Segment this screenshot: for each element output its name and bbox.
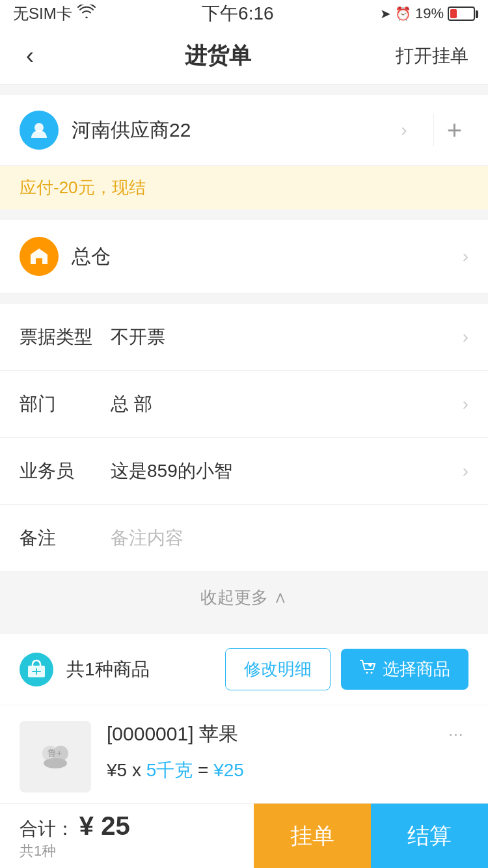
status-bar: 无SIM卡 下午6:16 ➤ ⏰ 19% — [0, 0, 488, 27]
product-more-button[interactable]: ··· — [443, 721, 468, 747]
carrier-label: 无SIM卡 — [13, 3, 72, 24]
product-thumbnail: 鲁+ — [20, 721, 91, 793]
total-section: 合计： ¥ 25 共1种 — [0, 811, 254, 861]
warehouse-row[interactable]: 总仓 › — [0, 220, 488, 293]
remark-input[interactable]: 备注内容 — [111, 526, 468, 550]
total-count: 共1种 — [20, 841, 234, 861]
svg-rect-1 — [36, 258, 42, 264]
quantity-value: 5千克 — [146, 760, 193, 780]
edit-detail-button[interactable]: 修改明细 — [225, 648, 331, 690]
total-value: ¥25 — [213, 760, 244, 780]
cart-icon — [359, 659, 377, 679]
product-count-label: 共1种商品 — [66, 657, 225, 682]
salesperson-label: 业务员 — [20, 459, 111, 483]
nav-bar: ‹ 进货单 打开挂单 — [0, 27, 488, 85]
remark-row[interactable]: 备注 备注内容 — [0, 505, 488, 572]
supplier-avatar — [20, 111, 59, 150]
status-left: 无SIM卡 — [13, 3, 96, 24]
alarm-icon: ⏰ — [395, 6, 411, 21]
total-label: 合计： — [20, 819, 74, 839]
department-value: 总 部 — [111, 392, 463, 416]
select-product-label: 选择商品 — [383, 658, 450, 681]
product-info: [0000001] 苹果 ¥5 x 5千克 = ¥25 — [107, 721, 443, 783]
warehouse-icon-wrap — [20, 237, 59, 276]
warehouse-section: 总仓 › — [0, 220, 488, 293]
battery-icon — [448, 7, 475, 21]
vertical-divider — [433, 114, 434, 146]
warehouse-label: 总仓 — [72, 243, 463, 270]
department-row[interactable]: 部门 总 部 › — [0, 371, 488, 438]
status-right: ➤ ⏰ 19% — [380, 5, 475, 22]
product-name: [0000001] 苹果 — [107, 721, 443, 748]
product-header: 共1种商品 修改明细 选择商品 — [0, 634, 488, 705]
form-section: 票据类型 不开票 › 部门 总 部 › 业务员 这是859的小智 › 备注 备注… — [0, 304, 488, 572]
product-item: 鲁+ [0000001] 苹果 ¥5 x 5千克 = ¥25 ··· — [0, 705, 488, 809]
svg-text:鲁+: 鲁+ — [47, 748, 62, 758]
add-supplier-button[interactable]: + — [441, 116, 468, 145]
invoice-type-chevron-icon: › — [463, 327, 468, 347]
product-section: 共1种商品 修改明细 选择商品 — [0, 634, 488, 809]
svg-point-7 — [44, 758, 67, 768]
svg-point-4 — [371, 672, 373, 674]
supplier-chevron-icon: › — [401, 120, 407, 141]
hang-button[interactable]: 挂单 — [254, 804, 371, 869]
page-title: 进货单 — [185, 41, 251, 71]
gap-3 — [0, 293, 488, 304]
collapse-bar[interactable]: 收起更多 ∧ — [0, 572, 488, 623]
equals-sign: = — [198, 760, 213, 780]
salesperson-value: 这是859的小智 — [111, 459, 463, 483]
checkout-button[interactable]: 结算 — [371, 804, 488, 869]
select-product-button[interactable]: 选择商品 — [341, 649, 468, 690]
remark-label: 备注 — [20, 526, 111, 550]
product-icon-wrap — [20, 653, 53, 686]
price-separator: x — [132, 760, 146, 780]
product-price: ¥5 x 5千克 = ¥25 — [107, 758, 443, 783]
gap-1 — [0, 85, 488, 95]
supplier-name: 河南供应商22 — [72, 117, 401, 144]
invoice-type-row[interactable]: 票据类型 不开票 › — [0, 304, 488, 371]
time-label: 下午6:16 — [202, 1, 274, 26]
product-title: 苹果 — [199, 723, 238, 744]
wifi-icon — [77, 5, 96, 23]
product-code: [0000001] — [107, 723, 193, 744]
price-value: ¥5 — [107, 760, 127, 780]
location-icon: ➤ — [380, 6, 391, 21]
invoice-type-value: 不开票 — [111, 325, 463, 349]
supplier-notice: 应付-20元，现结 — [0, 166, 488, 210]
invoice-type-label: 票据类型 — [20, 325, 111, 349]
gap-2 — [0, 210, 488, 220]
open-hang-button[interactable]: 打开挂单 — [396, 44, 468, 68]
back-button[interactable]: ‹ — [20, 36, 40, 76]
gap-4 — [0, 623, 488, 634]
battery-percent: 19% — [415, 5, 444, 22]
supplier-section: 河南供应商22 › + 应付-20元，现结 — [0, 95, 488, 210]
total-amount: ¥ 25 — [79, 811, 130, 840]
supplier-row[interactable]: 河南供应商22 › + — [0, 95, 488, 166]
warehouse-chevron-icon: › — [463, 246, 468, 267]
department-label: 部门 — [20, 392, 111, 416]
bottom-bar: 合计： ¥ 25 共1种 挂单 结算 — [0, 803, 488, 868]
department-chevron-icon: › — [463, 394, 468, 414]
svg-point-3 — [366, 672, 368, 674]
salesperson-row[interactable]: 业务员 这是859的小智 › — [0, 438, 488, 505]
salesperson-chevron-icon: › — [463, 461, 468, 481]
